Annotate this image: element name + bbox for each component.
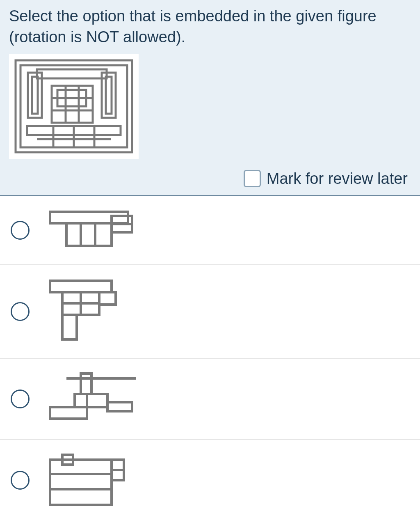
option-2-radio[interactable] bbox=[11, 302, 30, 321]
mark-review-checkbox[interactable] bbox=[244, 170, 261, 187]
option-4-figure bbox=[46, 451, 128, 509]
svg-rect-29 bbox=[99, 292, 116, 305]
svg-rect-36 bbox=[50, 460, 112, 505]
option-1-radio[interactable] bbox=[11, 221, 30, 240]
svg-rect-32 bbox=[75, 394, 107, 407]
option-3-figure bbox=[46, 370, 140, 428]
option-1[interactable] bbox=[0, 196, 420, 265]
svg-rect-6 bbox=[106, 77, 112, 114]
svg-rect-31 bbox=[81, 374, 91, 394]
option-4[interactable] bbox=[0, 440, 420, 511]
svg-rect-19 bbox=[66, 223, 112, 246]
svg-rect-28 bbox=[62, 315, 77, 339]
svg-rect-33 bbox=[50, 407, 87, 419]
svg-rect-24 bbox=[50, 281, 112, 292]
option-1-figure bbox=[46, 208, 136, 253]
svg-rect-34 bbox=[107, 402, 132, 411]
svg-rect-4 bbox=[32, 77, 38, 114]
option-3-radio[interactable] bbox=[11, 390, 30, 408]
question-panel: Select the option that is embedded in th… bbox=[0, 0, 420, 196]
svg-rect-2 bbox=[37, 69, 107, 78]
options-list bbox=[0, 196, 420, 511]
option-4-radio[interactable] bbox=[11, 471, 30, 490]
question-text: Select the option that is embedded in th… bbox=[9, 6, 411, 48]
mark-review-row: Mark for review later bbox=[9, 170, 411, 188]
option-2-figure bbox=[46, 277, 120, 346]
mark-review-label: Mark for review later bbox=[267, 170, 408, 188]
svg-rect-18 bbox=[50, 212, 128, 223]
option-3[interactable] bbox=[0, 359, 420, 440]
option-2[interactable] bbox=[0, 265, 420, 359]
question-figure bbox=[9, 54, 139, 159]
embedded-figure-svg bbox=[12, 57, 135, 156]
